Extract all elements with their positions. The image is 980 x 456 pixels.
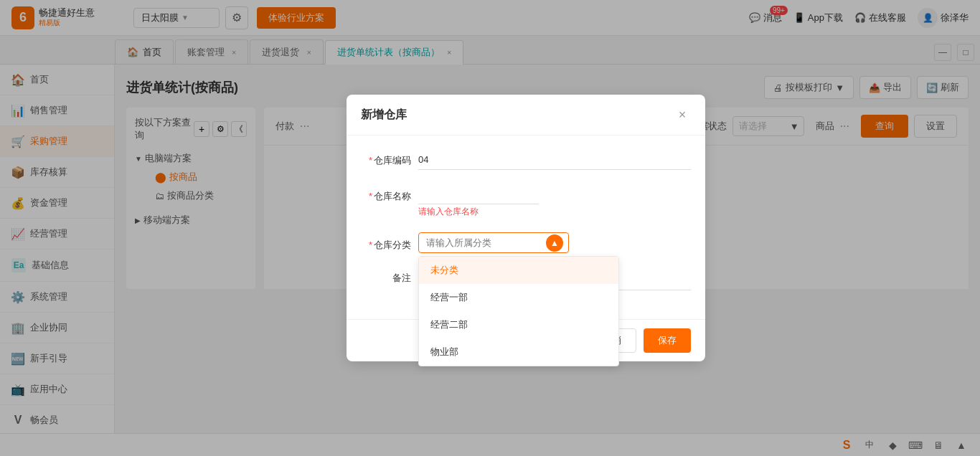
name-error-message: 请输入仓库名称 (418, 206, 479, 218)
name-input[interactable] (418, 184, 539, 204)
dropdown-item-dept2[interactable]: 经营二部 (419, 311, 618, 338)
dropdown-item-dept1[interactable]: 经营一部 (419, 284, 618, 311)
name-label: 仓库名称 (361, 186, 418, 203)
dialog-body: 仓库编码 仓库名称 请输入仓库名称 仓库分类 ▲ 未分类 经营一部 (347, 136, 705, 319)
code-label: 仓库编码 (361, 150, 418, 167)
select-arrow-button[interactable]: ▲ (546, 234, 563, 252)
dialog-close-button[interactable]: × (674, 106, 691, 123)
category-dropdown: 未分类 经营一部 经营二部 物业部 (418, 256, 619, 366)
name-field-row: 仓库名称 请输入仓库名称 (361, 184, 691, 218)
add-warehouse-dialog: 新增仓库 × 仓库编码 仓库名称 请输入仓库名称 仓库分类 ▲ (347, 95, 705, 361)
category-field-row: 仓库分类 ▲ 未分类 经营一部 经营二部 物业部 (361, 232, 691, 253)
dropdown-item-property[interactable]: 物业部 (419, 338, 618, 366)
remark-label: 备注 (361, 267, 418, 285)
dialog-header: 新增仓库 × (347, 95, 705, 136)
dropdown-item-uncategorized[interactable]: 未分类 (419, 257, 618, 284)
category-label: 仓库分类 (361, 234, 418, 252)
dialog-title: 新增仓库 (361, 108, 407, 123)
save-button[interactable]: 保存 (644, 328, 691, 353)
category-select-wrapper: ▲ 未分类 经营一部 经营二部 物业部 (418, 232, 569, 253)
code-input[interactable] (418, 150, 691, 170)
code-field-row: 仓库编码 (361, 150, 691, 170)
